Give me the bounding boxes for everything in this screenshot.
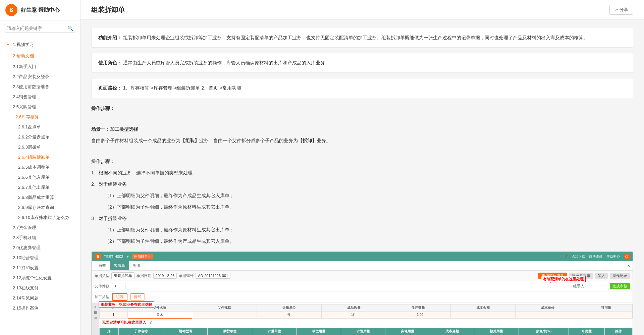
- sim-icon-1: ≡: [95, 305, 97, 309]
- sidebar-header: 6 好生意 帮助中心: [0, 0, 80, 20]
- sim-close-x: ✕: [627, 264, 630, 268]
- sim-col-unit: 计量单位: [257, 304, 322, 311]
- sidebar-item-finance[interactable]: 2.7资金管理: [0, 223, 80, 233]
- sidebar-item-stock-query[interactable]: 2.6.9库存账本查询: [0, 203, 80, 213]
- sidebar-item-cost-adjust[interactable]: 2.6.5成本调整单: [0, 162, 80, 172]
- sim-date-label: 单据日期: [137, 273, 151, 278]
- sim-main-content: ≡ ☰ ⊞ 序 父件名称 父件规格: [92, 303, 633, 335]
- share-button[interactable]: ↗ 分享: [609, 5, 633, 15]
- sim-btn-more1: 签入: [595, 273, 608, 279]
- sim-disassembly-btn: 拆卸: [130, 293, 145, 300]
- sim-lower-col-extra: 额外用量: [474, 328, 519, 335]
- steps-content: 操作步骤： 场景一：加工类型选择 当由多个子件材料组装成一个成品的业务为【组装】…: [91, 104, 633, 246]
- app-title: 好生意 帮助中心: [21, 7, 60, 14]
- sidebar-item-stock-error[interactable]: 2.6.10库存账本错了怎么办: [0, 213, 80, 223]
- content-body: 功能介绍： 组装拆卸单用来处理企业组装或拆卸等加工业务，支持有固定装配清单的产品…: [80, 20, 644, 335]
- sidebar-item-coupon[interactable]: 2.9优惠券管理: [0, 243, 80, 253]
- sidebar-item-faq[interactable]: 2.14常见问题: [0, 293, 80, 303]
- sim-lower-col-unit-use: 单位用量: [297, 328, 341, 335]
- sim-cell-cost-amt: [451, 311, 516, 318]
- sim-tab-home: 自营: [95, 261, 110, 270]
- search-box[interactable]: 🔍: [4, 24, 76, 33]
- sidebar-item-transfer[interactable]: 2.6.3调拨单: [0, 142, 80, 152]
- sim-app-download: App下载: [572, 254, 585, 259]
- sim-topbar-left: 6 TEST-H002 ▼ 同期账单→: [95, 253, 153, 260]
- sidebar-item-newbie[interactable]: 2.1新手入门: [0, 62, 80, 72]
- sim-lower-table: 序 子件名称 规格型号 供货单位 计量单位 单位用量 计划用量 实耗用量 成本金…: [99, 328, 633, 335]
- annotation-type: 组装业务、拆卸业务在这里选择: [99, 301, 154, 308]
- sidebar-item-sales[interactable]: 2.4销售管理: [0, 92, 80, 102]
- sim-logo: 6: [95, 253, 101, 260]
- sim-topbar: 6 TEST-H002 ▼ 同期账单→ 🚩 App下载 自动维修 帮助中心 cc: [92, 252, 633, 261]
- nav-section-2: − 2.帮助文档 2.1新手入门 2.2产品安装及登录 2.3使用前数据准备 2…: [0, 50, 80, 313]
- sidebar-item-cost-recalc[interactable]: 2.6.8商品成本重算: [0, 192, 80, 203]
- page-title: 组装拆卸单: [91, 5, 125, 14]
- path-text: 1、库存核算->库存管理->组装拆卸单 2、首页->常用功能: [123, 85, 241, 91]
- sim-lower-col-supplier: 供货单位: [208, 328, 252, 335]
- sidebar-item-other-out[interactable]: 2.6.7其他出库单: [0, 182, 80, 192]
- sim-person-label: 经手人: [573, 284, 584, 289]
- sim-lower-col-spec: 规格型号: [163, 328, 207, 335]
- sidebar-item-payment[interactable]: 2.13在线支付: [0, 283, 80, 293]
- screenshot-container: 6 TEST-H002 ▼ 同期账单→ 🚩 App下载 自动维修 帮助中心 cc: [91, 251, 633, 335]
- sim-type-val: 组装拆卸单: [111, 272, 135, 279]
- sim-nav-tabs: 自营 客服单 财务 ✕: [92, 261, 633, 271]
- search-input[interactable]: [7, 26, 67, 31]
- sidebar-item-print[interactable]: 2.11打印设置: [0, 263, 80, 273]
- role-box: 使用角色： 通常由生产人员或库管人员完成拆装业务的操作，库管人员确认原材料的出库…: [91, 53, 633, 73]
- sim-lower-col-loss: 损耗率(‰): [519, 328, 569, 335]
- search-icon[interactable]: 🔍: [67, 25, 73, 31]
- content-header: 组装拆卸单 ↗ 分享: [80, 0, 644, 20]
- steps-intro: 操作步骤：: [91, 157, 633, 166]
- sim-icon-3: ⊞: [94, 316, 97, 320]
- sim-lower-col-op: 操作: [605, 328, 633, 335]
- sidebar-item-install[interactable]: 2.2产品安装及登录: [0, 72, 80, 82]
- sim-icon-2: ☰: [94, 311, 97, 314]
- sim-assembly-btn: 组装: [112, 293, 127, 301]
- sim-lower-col-avail: 可用量: [569, 328, 605, 335]
- main-content: 组装拆卸单 ↗ 分享 功能介绍： 组装拆卸单用来处理企业组装或拆卸等加工业务，支…: [80, 0, 644, 335]
- share-icon: ↗: [614, 7, 618, 12]
- sidebar-item-cases[interactable]: 2.15操作案例: [0, 303, 80, 313]
- sidebar: 6 好生意 帮助中心 🔍 + 1.视频学习 − 2.帮助文档 2.1新手入门 2…: [0, 0, 80, 335]
- arrow-has-config: →: [547, 279, 552, 285]
- sim-cell-seq: 1: [100, 311, 128, 318]
- path-box: 页面路径： 1、库存核算->库存管理->组装拆卸单 2、首页->常用功能: [91, 78, 633, 98]
- sim-user-avatar: cc: [624, 254, 630, 260]
- sidebar-item-data-prep[interactable]: 2.3使用前数据准备: [0, 82, 80, 92]
- sidebar-item-partial-stocktake[interactable]: 2.6.2分量盘点单: [0, 132, 80, 142]
- sim-help-center: 帮助中心: [606, 254, 620, 259]
- sidebar-item-docs[interactable]: − 2.帮助文档: [0, 50, 80, 62]
- step2-sub1: （1）上部明细为父件明细，最终作为产成品生成其它入库单；: [105, 191, 633, 200]
- annotation-no-config-wrapper: 无固定清单可以在这里录入 ↙: [99, 319, 633, 326]
- sim-lower-col-plan-qty: 计划用量: [341, 328, 385, 335]
- sidebar-item-video[interactable]: + 1.视频学习: [0, 39, 80, 50]
- sim-cell-prod-qty: →1.00: [386, 311, 451, 318]
- sidebar-nav: + 1.视频学习 − 2.帮助文档 2.1新手入门 2.2产品安装及登录 2.3…: [0, 36, 80, 335]
- sidebar-item-settings[interactable]: 2.12系统个性化设置: [0, 273, 80, 283]
- sidebar-item-operation[interactable]: 2.10经营管理: [0, 253, 80, 263]
- step2-sub2: （2）下部明细为子件明细，最终作为原材料生成其它出库单。: [105, 202, 633, 212]
- sidebar-item-other-in[interactable]: 2.6.6其他入库单: [0, 172, 80, 182]
- sim-btn-primary: 同期账单→: [132, 254, 153, 259]
- sidebar-item-stocktake[interactable]: 2.6.1盘点单: [0, 122, 80, 132]
- sim-col-prod-qty: 生产数量: [386, 304, 451, 311]
- sim-upper-row-1: 1 关木 件 1件 →1.00: [100, 311, 633, 318]
- sim-tab-service: 客服单: [110, 261, 129, 270]
- sim-col-avail: 可用量: [580, 304, 632, 311]
- sim-topbar-right: 🚩 App下载 自动维修 帮助中心 cc: [564, 254, 630, 260]
- sidebar-item-assembly[interactable]: 2.6.4组装拆卸单: [0, 152, 80, 162]
- sim-btn-more2: 操作记录: [610, 273, 630, 279]
- step3: 3、对于拆装业务: [91, 214, 633, 223]
- nav-sub-docs: 2.1新手入门 2.2产品安装及登录 2.3使用前数据准备 2.4销售管理 2.…: [0, 62, 80, 313]
- sim-lower-col-actual-qty: 实耗用量: [385, 328, 430, 335]
- sim-count-val: 1: [112, 283, 125, 289]
- arrow-no-config: ↙: [149, 320, 152, 324]
- sim-tab-actions: ✕: [627, 261, 630, 270]
- sidebar-search-area: 🔍: [0, 20, 80, 36]
- sim-cell-product-qty: 1件: [321, 311, 386, 318]
- sidebar-item-inventory[interactable]: − 2.6库存核算: [0, 112, 80, 122]
- sidebar-item-mobile[interactable]: 2.8手机旺铺: [0, 233, 80, 243]
- step2: 2、对于组装业务: [91, 179, 633, 189]
- sidebar-item-purchase[interactable]: 2.5采购管理: [0, 102, 80, 112]
